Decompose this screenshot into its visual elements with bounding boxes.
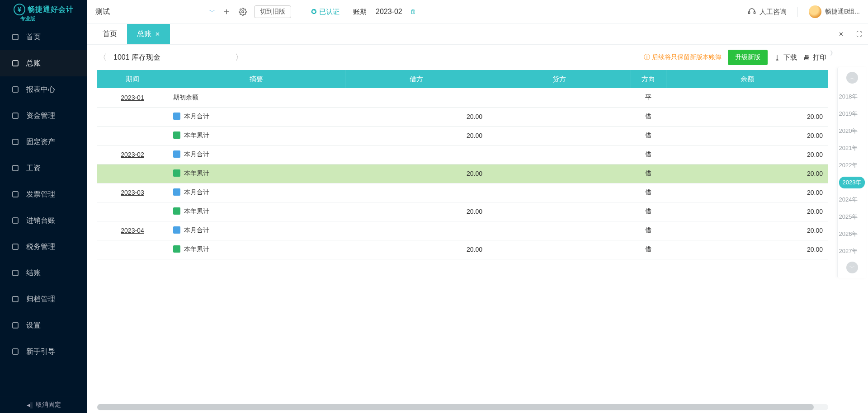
gear-icon[interactable] xyxy=(238,7,248,17)
sidebar-item-10[interactable]: 归档管理 xyxy=(0,286,87,312)
cell-debit xyxy=(345,221,488,240)
cell-period xyxy=(97,126,168,145)
sidebar-item-6[interactable]: 发票管理 xyxy=(0,181,87,207)
cell-dir: 借 xyxy=(631,202,666,221)
sidebar-item-12[interactable]: 新手引导 xyxy=(0,338,87,365)
summary-text: 本月合计 xyxy=(184,226,209,234)
company-selector[interactable]: 测试 ﹀ xyxy=(95,7,215,17)
year-panel: ︿ 2018年2019年2020年2021年2022年2023年2024年202… xyxy=(837,67,866,278)
year-item[interactable]: 2020年 xyxy=(839,122,865,140)
period-link[interactable]: 2023-01 xyxy=(121,94,144,101)
cell-debit xyxy=(345,88,488,107)
year-item[interactable]: 2024年 xyxy=(839,191,865,208)
cell-balance: 20.00 xyxy=(666,107,828,126)
add-icon[interactable] xyxy=(222,7,231,17)
sidebar-item-4[interactable]: 固定资产 xyxy=(0,129,87,155)
cell-credit xyxy=(488,107,631,126)
svg-rect-0 xyxy=(13,34,18,40)
cell-balance: 20.00 xyxy=(666,240,828,259)
cell-balance: 20.00 xyxy=(666,145,828,164)
svg-rect-4 xyxy=(13,139,18,145)
sidebar-item-7[interactable]: 进销台账 xyxy=(0,207,87,234)
table-row: 2023-01期初余额平 xyxy=(97,88,828,107)
year-item[interactable]: 2021年 xyxy=(839,140,865,157)
tab-close-icon[interactable]: ✕ xyxy=(155,31,160,38)
collapse-year-panel-icon[interactable]: 》 xyxy=(830,49,836,57)
year-item[interactable]: 2027年 xyxy=(839,243,865,260)
table-row: 本年累计20.00借20.00 xyxy=(97,202,828,221)
cell-debit: 20.00 xyxy=(345,164,488,183)
year-item[interactable]: 2019年 xyxy=(839,105,865,122)
year-item[interactable]: 2018年 xyxy=(839,88,865,105)
sidebar-item-0[interactable]: 首页 xyxy=(0,24,87,50)
cell-period: 2023-03 xyxy=(97,183,168,202)
chart-icon xyxy=(11,85,20,94)
ledger-icon xyxy=(11,59,20,68)
cell-credit xyxy=(488,221,631,240)
switch-old-button[interactable]: 切到旧版 xyxy=(254,5,291,18)
sidebar-item-8[interactable]: 税务管理 xyxy=(0,234,87,260)
year-item[interactable]: 2023年 xyxy=(839,177,865,188)
sidebar-item-label: 归档管理 xyxy=(26,295,55,304)
invoice-icon xyxy=(11,190,20,199)
close-tab-icon[interactable]: ✕ xyxy=(835,29,846,40)
consult-label: 人工咨询 xyxy=(760,8,787,16)
verified-badge: ✪ 已认证 xyxy=(311,8,340,16)
table-row: 本年累计20.00借20.00 xyxy=(97,126,828,145)
period-value[interactable]: 2023-02 xyxy=(376,8,402,16)
summary-text: 本年累计 xyxy=(184,207,209,215)
fullscreen-icon[interactable]: ⛶ xyxy=(854,29,864,40)
prev-account-arrow[interactable]: 〈 xyxy=(98,52,107,63)
year-item[interactable]: 2025年 xyxy=(839,208,865,225)
cell-summary: 本年累计 xyxy=(168,240,345,259)
cell-debit xyxy=(345,183,488,202)
svg-rect-6 xyxy=(13,192,18,197)
sidebar-item-1[interactable]: 总账 xyxy=(0,50,87,76)
sidebar-item-11[interactable]: 设置 xyxy=(0,312,87,338)
cell-balance: 20.00 xyxy=(666,126,828,145)
year-scroll-up[interactable]: ︿ xyxy=(846,72,858,84)
svg-rect-2 xyxy=(13,87,18,92)
upgrade-button[interactable]: 升级新版 xyxy=(728,50,768,65)
brand-logo: ¥ 畅捷通好会计 专业版 xyxy=(0,0,87,24)
year-item[interactable]: 2022年 xyxy=(839,157,865,174)
tab-0[interactable]: 首页 xyxy=(93,24,127,44)
sidebar-unpin[interactable]: ◂∥ 取消固定 xyxy=(0,396,87,413)
period-link[interactable]: 2023-04 xyxy=(121,227,144,234)
svg-rect-1 xyxy=(13,61,18,66)
user-menu[interactable]: 畅捷通B组... xyxy=(809,5,860,18)
th-period: 期间 xyxy=(97,70,168,88)
sidebar-item-5[interactable]: 工资 xyxy=(0,155,87,181)
sidebar-item-label: 进销台账 xyxy=(26,216,55,225)
print-button[interactable]: 🖶 打印 xyxy=(803,53,826,62)
tab-1[interactable]: 总账✕ xyxy=(127,24,170,44)
settings-icon xyxy=(11,321,20,330)
inventory-icon xyxy=(11,216,20,225)
cell-summary: 本月合计 xyxy=(168,145,345,164)
year-item[interactable]: 2026年 xyxy=(839,225,865,243)
cell-debit xyxy=(345,145,488,164)
year-total-icon xyxy=(173,245,180,253)
next-account-arrow[interactable]: 〉 xyxy=(235,52,244,63)
cell-credit xyxy=(488,183,631,202)
svg-rect-3 xyxy=(13,113,18,118)
svg-rect-10 xyxy=(13,296,18,302)
period-link[interactable]: 2023-02 xyxy=(121,151,144,158)
cell-period: 2023-04 xyxy=(97,221,168,240)
year-scroll-down[interactable]: ﹀ xyxy=(846,262,858,273)
table-row: 本月合计20.00借20.00 xyxy=(97,107,828,126)
sidebar-item-label: 报表中心 xyxy=(26,85,55,94)
download-button[interactable]: ⭳ 下载 xyxy=(774,53,797,62)
period-link[interactable]: 2023-03 xyxy=(121,189,144,196)
calendar-icon[interactable]: 🗓 xyxy=(410,9,416,15)
sidebar-item-label: 新手引导 xyxy=(26,347,55,357)
sidebar-item-label: 税务管理 xyxy=(26,242,55,252)
horizontal-scrollbar[interactable] xyxy=(97,404,828,410)
sidebar-item-2[interactable]: 报表中心 xyxy=(0,76,87,103)
month-total-icon xyxy=(173,188,180,196)
cell-credit xyxy=(488,202,631,221)
sidebar-item-3[interactable]: 资金管理 xyxy=(0,103,87,129)
sidebar-footer-label: 取消固定 xyxy=(36,401,61,409)
sidebar-item-9[interactable]: 结账 xyxy=(0,260,87,286)
consult-link[interactable]: 人工咨询 xyxy=(748,7,787,17)
